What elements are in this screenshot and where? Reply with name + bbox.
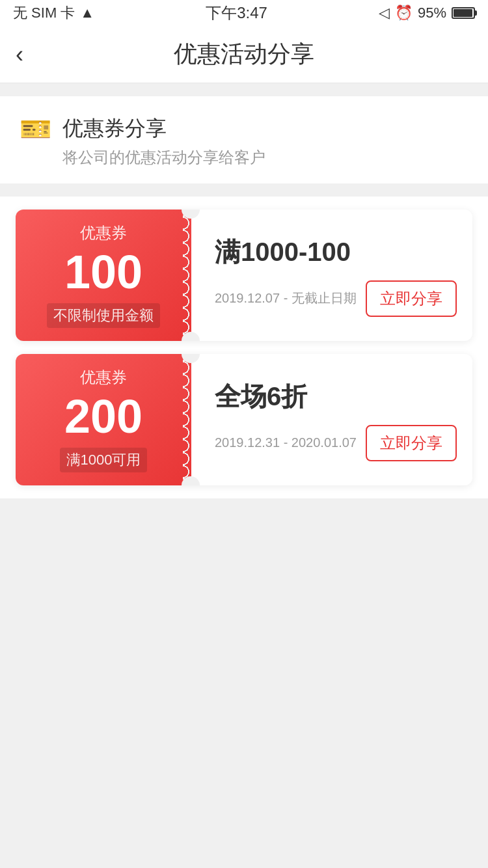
coupon-section-icon: 🎫 (20, 116, 52, 142)
status-bar-left: 无 SIM 卡 ▲ (13, 3, 94, 23)
status-bar-right: ◁ ⏰ 95% (379, 5, 475, 21)
section-subtitle: 将公司的优惠活动分享给客户 (62, 147, 265, 168)
nav-bar: ‹ 优惠活动分享 (0, 26, 488, 83)
battery-percent: 95% (418, 5, 446, 21)
coupon-label-0: 优惠券 (80, 223, 127, 243)
carrier-text: 无 SIM 卡 (13, 3, 75, 23)
battery-icon (452, 7, 475, 19)
coupon-name-0: 满1000-100 (215, 234, 457, 270)
coupon-right-1: 全场6折 2019.12.31 - 2020.01.07 立即分享 (191, 354, 472, 485)
coupon-name-1: 全场6折 (215, 379, 457, 414)
coupon-condition-0: 不限制使用金额 (47, 303, 160, 328)
coupon-footer-1: 2019.12.31 - 2020.01.07 立即分享 (215, 425, 457, 461)
location-icon: ◁ (379, 5, 390, 21)
empty-area (0, 498, 488, 863)
coupon-date-1: 2019.12.31 - 2020.01.07 (215, 435, 358, 450)
status-bar-time: 下午3:47 (206, 3, 267, 23)
coupon-amount-0: 100 (64, 249, 142, 295)
coupon-condition-1: 满1000可用 (60, 448, 148, 472)
coupon-right-0: 满1000-100 2019.12.07 - 无截止日期 立即分享 (191, 210, 472, 341)
coupon-date-0: 2019.12.07 - 无截止日期 (215, 290, 358, 307)
coupon-list: 优惠券 100 不限制使用金额 满1000-100 2019.12.07 - 无… (0, 197, 488, 498)
coupon-amount-1: 200 (64, 393, 142, 440)
page-title: 优惠活动分享 (174, 38, 314, 70)
coupon-left-0: 优惠券 100 不限制使用金额 (16, 210, 191, 341)
section-title: 优惠券分享 (62, 115, 265, 143)
wifi-icon: ▲ (80, 5, 94, 21)
share-button-0[interactable]: 立即分享 (366, 280, 457, 317)
coupon-footer-0: 2019.12.07 - 无截止日期 立即分享 (215, 280, 457, 317)
alarm-icon: ⏰ (395, 5, 413, 21)
section-text-group: 优惠券分享 将公司的优惠活动分享给客户 (62, 115, 265, 168)
back-button[interactable]: ‹ (16, 41, 23, 68)
section-header: 🎫 优惠券分享 将公司的优惠活动分享给客户 (0, 96, 488, 183)
coupon-left-1: 优惠券 200 满1000可用 (16, 354, 191, 485)
coupon-label-1: 优惠券 (80, 367, 127, 388)
status-bar: 无 SIM 卡 ▲ 下午3:47 ◁ ⏰ 95% (0, 0, 488, 26)
share-button-1[interactable]: 立即分享 (366, 425, 457, 461)
coupon-card: 优惠券 100 不限制使用金额 满1000-100 2019.12.07 - 无… (16, 210, 472, 341)
coupon-card: 优惠券 200 满1000可用 全场6折 2019.12.31 - 2020.0… (16, 354, 472, 485)
back-icon: ‹ (16, 41, 23, 68)
